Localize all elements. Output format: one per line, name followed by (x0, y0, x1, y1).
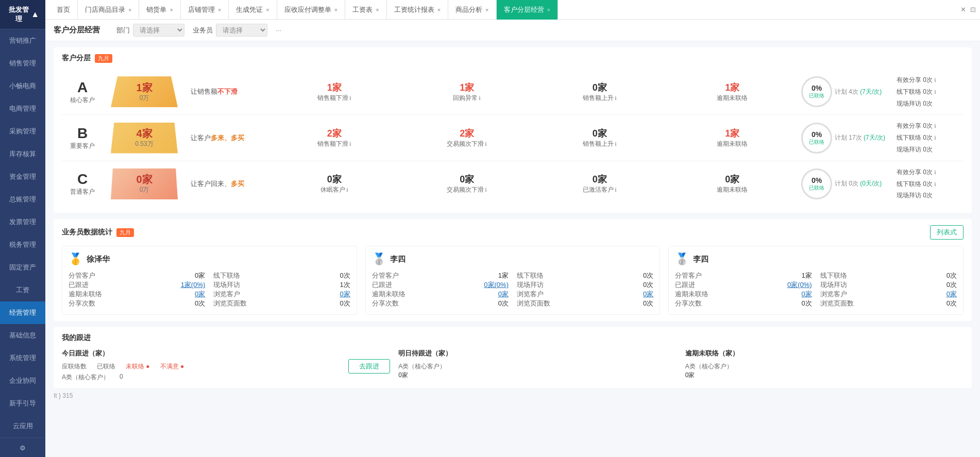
agent-stat-label-0-0: 分管客户 (69, 271, 95, 280)
tier-b-stat-3-num[interactable]: 0家 (579, 127, 620, 140)
funnel-a-shape[interactable]: 1家 0万 (111, 76, 178, 107)
agent-stats-left-2: 分管客户 1家 已跟进 0家(0%) 逾期未联络 0家 分享次数 (675, 271, 812, 308)
tab-工资表[interactable]: 工资表× (345, 0, 386, 20)
tab-close-icon-商品分析[interactable]: × (485, 7, 488, 13)
agent-stat-rvalue-1-2[interactable]: 0家 (643, 290, 653, 299)
sidebar-item-系统管理[interactable]: 系统管理 (0, 347, 45, 369)
expand-icon[interactable]: ⊡ (970, 6, 976, 13)
tab-close-icon-工资统计报表[interactable]: × (437, 7, 441, 13)
tab-close-icon-应收应付调整单[interactable]: × (334, 7, 337, 13)
tier-c-highlight: 多买 (231, 180, 244, 188)
tab-首页[interactable]: 首页 (49, 0, 78, 20)
info-icon-c2[interactable]: ℹ (485, 187, 487, 193)
tab-销货单[interactable]: 销货单× (139, 0, 180, 20)
sidebar-item-营销推广[interactable]: 营销推广 (0, 29, 45, 52)
tab-close-icon-工资表[interactable]: × (376, 7, 379, 13)
sidebar-collapse-icon[interactable]: ▲ (31, 10, 39, 19)
agent-stat-value-0-2[interactable]: 0家 (195, 290, 205, 299)
sidebar: 批发管理 ▲ 营销推广销售管理小畅电商电商管理采购管理库存核算资金管理总账管理发… (0, 0, 45, 457)
agent-select[interactable]: 请选择 (216, 24, 267, 37)
sidebar-item-企业协同[interactable]: 企业协同 (0, 369, 45, 392)
agent-stat-value-1-2[interactable]: 0家 (498, 290, 509, 299)
agent-medal-2: 🥈 (675, 252, 689, 266)
agent-stat-rvalue-2-2[interactable]: 0家 (947, 290, 957, 299)
tier-b-stat-4-num[interactable]: 1家 (712, 127, 753, 140)
tab-close-icon-生成凭证[interactable]: × (266, 7, 269, 13)
tab-店铺管理[interactable]: 店铺管理× (181, 0, 229, 20)
funnel-c-shape[interactable]: 0家 0万 (111, 168, 178, 199)
tier-c-stat-2-num[interactable]: 0家 (446, 173, 487, 185)
agent-stat-right-0-1: 现场拜访 1次 (213, 280, 350, 290)
info-icon-c1[interactable]: ℹ (346, 187, 348, 193)
sidebar-item-发票管理[interactable]: 发票管理 (0, 211, 45, 233)
agent-stat-label-0-3: 分享次数 (69, 299, 95, 308)
sidebar-item-新手引导[interactable]: 新手引导 (0, 392, 45, 415)
agent-stat-value-2-1[interactable]: 0家(0%) (787, 280, 812, 290)
tier-b-stat-2-num[interactable]: 2家 (446, 127, 487, 140)
tier-c-stat-4-num[interactable]: 0家 (712, 173, 753, 185)
tomorrow-follow-col: 明日待跟进（家） A类（核心客户） 0家 (398, 349, 677, 380)
agent-stat-value-2-2[interactable]: 0家 (801, 290, 812, 299)
sidebar-item-税务管理[interactable]: 税务管理 (0, 233, 45, 256)
sidebar-item-固定资产[interactable]: 固定资产 (0, 256, 45, 279)
info-icon-b2[interactable]: ℹ (485, 141, 487, 147)
dept-select[interactable]: 请选择 (133, 24, 184, 37)
tier-a-stat-3-num[interactable]: 0家 (579, 81, 620, 94)
tier-c-stat-3-num[interactable]: 0家 (579, 173, 620, 185)
agent-stat-rlabel-2-2: 浏览客户 (820, 290, 847, 299)
sidebar-item-库存核算[interactable]: 库存核算 (0, 143, 45, 165)
tab-客户分层经营[interactable]: 客户分层经营× (497, 0, 558, 20)
info-icon-2[interactable]: ℹ (479, 95, 481, 101)
tier-a-share: 有效分享 0次 ℹ (897, 74, 964, 86)
sidebar-item-资金管理[interactable]: 资金管理 (0, 165, 45, 188)
tab-工资统计报表[interactable]: 工资统计报表× (387, 0, 448, 20)
funnel-b-shape[interactable]: 4家 0.53万 (111, 123, 178, 154)
info-icon-c3[interactable]: ℹ (615, 187, 617, 193)
tab-生成凭证[interactable]: 生成凭证× (229, 0, 277, 20)
sidebar-item-电商管理[interactable]: 电商管理 (0, 97, 45, 120)
sidebar-item-采购管理[interactable]: 采购管理 (0, 120, 45, 143)
tier-c-name: 普通客户 (70, 188, 95, 196)
tab-门店商品目录[interactable]: 门店商品目录× (78, 0, 139, 20)
agent-name-0: 徐泽华 (87, 255, 110, 264)
info-icon-b3[interactable]: ℹ (615, 141, 617, 147)
sidebar-item-小畅电商[interactable]: 小畅电商 (0, 75, 45, 97)
tab-close-icon-客户分层经营[interactable]: × (547, 7, 550, 13)
settings-button[interactable]: ⚙ (0, 437, 45, 457)
tier-c-stat-1: 0家 休眠客户 ℹ (314, 173, 355, 194)
tier-a-stat-4-num[interactable]: 1家 (712, 81, 753, 94)
sidebar-item-总账管理[interactable]: 总账管理 (0, 188, 45, 211)
tier-b-stat-1-num[interactable]: 2家 (314, 127, 355, 140)
info-icon[interactable]: ℹ (349, 95, 351, 101)
sidebar-item-经营管理[interactable]: 经营管理 (0, 301, 45, 324)
info-icon-3[interactable]: ℹ (615, 95, 617, 101)
tier-a-stat-1-num[interactable]: 1家 (314, 81, 355, 94)
tab-close-icon-门店商品目录[interactable]: × (128, 7, 131, 13)
agent-card-2: 🥈 李四 分管客户 1家 已跟进 0家(0%) 逾期未联络 (668, 246, 964, 315)
agent-stat-right-1-1: 现场拜访 0次 (517, 280, 653, 290)
list-view-button[interactable]: 列表式 (930, 225, 964, 240)
tier-c-stat-1-num[interactable]: 0家 (314, 173, 355, 185)
agent-stats-0: 分管客户 0家 已跟进 1家(0%) 逾期未联络 0家 分享次数 (69, 271, 350, 308)
agent-stat-value-0-1[interactable]: 1家(0%) (181, 280, 206, 290)
agent-stat-rvalue-0-2[interactable]: 0家 (340, 290, 350, 299)
agent-stats-2: 分管客户 1家 已跟进 0家(0%) 逾期未联络 0家 分享次数 (675, 271, 957, 308)
sidebar-item-工资[interactable]: 工资 (0, 279, 45, 301)
tab-close-icon-店铺管理[interactable]: × (218, 7, 221, 13)
close-all-icon[interactable]: ✕ (960, 6, 966, 13)
more-options-icon[interactable]: ··· (276, 26, 281, 34)
info-icon-b1[interactable]: ℹ (349, 141, 351, 147)
agent-stat-rvalue-1-1: 0次 (643, 280, 653, 290)
go-follow-button[interactable]: 去跟进 (348, 359, 390, 374)
sidebar-item-云应用[interactable]: 云应用 (0, 415, 45, 437)
tier-a-stat-2-num[interactable]: 1家 (446, 81, 487, 94)
agent-stat-value-1-1[interactable]: 0家(0%) (484, 280, 509, 290)
tab-商品分析[interactable]: 商品分析× (448, 0, 496, 20)
sidebar-item-基础信息[interactable]: 基础信息 (0, 324, 45, 347)
tab-close-icon-销货单[interactable]: × (170, 7, 173, 13)
overdue-val-a: 0家 (685, 371, 964, 380)
tier-c-visit: 现场拜访 0次 (897, 190, 964, 201)
tab-应收应付调整单[interactable]: 应收应付调整单× (277, 0, 345, 20)
tier-b-visit: 现场拜访 0次 (897, 144, 964, 156)
sidebar-item-销售管理[interactable]: 销售管理 (0, 52, 45, 75)
